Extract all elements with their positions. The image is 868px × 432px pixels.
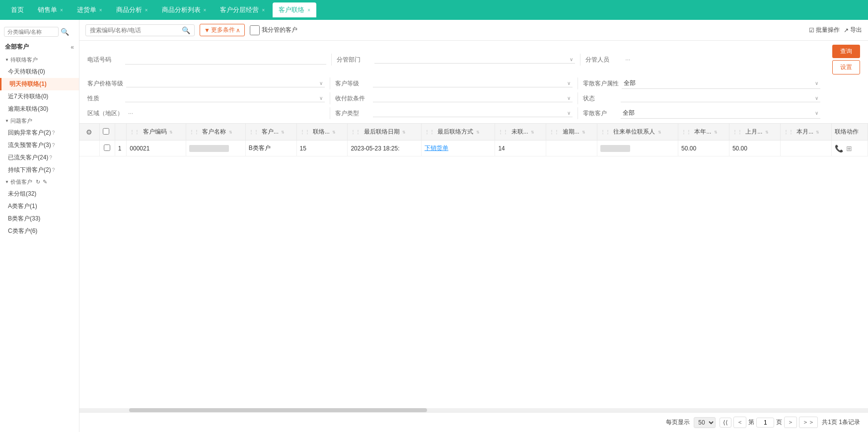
col-index-header — [115, 124, 127, 141]
col-not-contacted-header[interactable]: ⋮⋮ 未联... ⇅ — [495, 124, 546, 141]
nav-close-purchase-order[interactable]: × — [99, 7, 102, 13]
nav-purchase-order[interactable]: 进货单 × — [71, 2, 108, 17]
col-contact-count-header[interactable]: ⋮⋮ 联络... ⇅ — [296, 124, 348, 141]
last-contact-method-link[interactable]: 下销货单 — [425, 144, 448, 151]
nav-product-analysis[interactable]: 商品分析 × — [110, 2, 154, 17]
col-settings[interactable]: ⚙ — [79, 124, 99, 141]
nav-close-customer-segmentation[interactable]: × — [262, 7, 265, 13]
row-overdue-cell — [546, 141, 597, 156]
sidebar-item-7day-contact[interactable]: 近7天待联络(0) — [0, 90, 79, 103]
filter-select-status[interactable]: ∨ — [621, 94, 820, 102]
nav-product-analysis-list[interactable]: 商品分析列表 × — [156, 2, 213, 17]
col-last-month-header[interactable]: ⋮⋮ 上月... ⇅ — [729, 124, 780, 141]
col-icon-last-method: ⋮⋮ — [425, 129, 434, 135]
help-icon-churned[interactable]: ? — [49, 155, 52, 160]
contact-phone-icon[interactable]: 📞 — [835, 144, 843, 152]
filter-select-retail-attr[interactable]: 全部 ∨ — [622, 78, 820, 89]
sidebar-collapse-icon[interactable]: « — [71, 44, 74, 51]
nav-sales-order[interactable]: 销售单 × — [32, 2, 69, 17]
col-this-year-header[interactable]: ⋮⋮ 本年... ⇅ — [678, 124, 729, 141]
contact-more-icon[interactable]: ⊞ — [846, 144, 852, 152]
page-size-select[interactable]: 50 — [694, 417, 716, 428]
row-checkbox[interactable] — [104, 144, 110, 151]
filter-input-phone[interactable] — [125, 55, 326, 65]
more-conditions-button[interactable]: ▼ 更多条件 ∧ — [200, 24, 245, 36]
col-icon-code: ⋮⋮ — [130, 129, 140, 135]
sidebar-item-overdue-contact[interactable]: 逾期未联络(30) — [0, 103, 79, 115]
sidebar-item-abnormal-repurchase[interactable]: 回购异常客户(2) ? — [0, 127, 79, 139]
export-button[interactable]: ↗ 导出 — [844, 26, 862, 34]
sidebar-item-b-class[interactable]: B类客户(33) — [0, 213, 79, 225]
batch-operation-button[interactable]: ☑ 批量操作 — [809, 26, 840, 34]
sidebar-item-churn-warning[interactable]: 流失预警客户(3) ? — [0, 139, 79, 151]
my-customers-filter[interactable]: 我分管的客户 — [250, 25, 297, 35]
sidebar-item-tomorrow-contact[interactable]: 明天待联络(1) — [0, 78, 79, 90]
help-icon-churn-warning[interactable]: ? — [52, 143, 55, 148]
filter-divider-8 — [578, 107, 578, 119]
filter-ellipsis-region[interactable]: ··· — [128, 110, 133, 117]
table-settings-button[interactable]: ⚙ — [86, 128, 92, 136]
my-customers-checkbox[interactable] — [250, 25, 260, 35]
filter-select-payment-terms[interactable]: ∨ — [373, 94, 573, 102]
sidebar-item-declining[interactable]: 持续下滑客户(2) ? — [0, 164, 79, 176]
col-customer-type-header[interactable]: ⋮⋮ 客户... ⇅ — [245, 124, 296, 141]
sidebar-item-today-contact[interactable]: 今天待联络(0) — [0, 66, 79, 78]
filter-ellipsis-manager[interactable]: ··· — [625, 56, 630, 63]
sidebar-search-input[interactable] — [4, 27, 59, 37]
filter-select-nature[interactable]: ∨ — [125, 94, 325, 102]
sidebar-item-churned[interactable]: 已流失客户(24) ? — [0, 151, 79, 164]
prev-page-button[interactable]: ＜ — [733, 417, 746, 428]
sidebar-search-icon[interactable]: 🔍 — [61, 28, 69, 36]
filter-select-dept[interactable]: ∨ — [374, 56, 576, 64]
sidebar-item-ungrouped[interactable]: 未分组(32) — [0, 188, 79, 200]
first-page-button[interactable]: ⟨⟨ — [720, 418, 731, 428]
next-page-button[interactable]: ＞ — [784, 417, 797, 428]
filter-region: 区域（地区） ··· — [87, 109, 325, 118]
nav-home[interactable]: 首页 — [5, 2, 30, 17]
col-overdue-header[interactable]: ⋮⋮ 逾期... ⇅ — [546, 124, 597, 141]
refresh-icon[interactable]: ↻ — [36, 179, 40, 185]
filter-label-customer-grade: 客户等级 — [335, 79, 370, 88]
nav-close-sales-order[interactable]: × — [60, 7, 63, 13]
col-checkbox-header[interactable] — [99, 124, 115, 141]
row-contact-count-cell: 15 — [296, 141, 348, 156]
row-checkbox-cell[interactable] — [99, 141, 115, 156]
col-icon-overdue: ⋮⋮ — [549, 129, 559, 135]
nav-customer-contact[interactable]: 客户联络 × — [273, 2, 316, 17]
content-area: 🔍 ▼ 更多条件 ∧ 我分管的客户 ☑ 批量操作 ↗ 导出 — [79, 20, 868, 432]
col-icon-type: ⋮⋮ — [249, 129, 259, 135]
sidebar-item-c-class[interactable]: C类客户(6) — [0, 225, 79, 237]
sidebar-item-a-class[interactable]: A类客户(1) — [0, 200, 79, 213]
filter-select-customer-grade[interactable]: ∨ — [373, 79, 573, 87]
scrollbar-thumb[interactable] — [129, 408, 427, 412]
help-icon-abnormal[interactable]: ? — [52, 130, 55, 136]
settings-button[interactable]: 设置 — [832, 60, 860, 74]
chevron-nature: ∨ — [319, 95, 323, 101]
last-page-button[interactable]: ＞＞ — [799, 417, 818, 428]
select-all-checkbox[interactable] — [103, 128, 109, 135]
nav-close-product-analysis[interactable]: × — [145, 7, 148, 13]
nav-close-product-analysis-list[interactable]: × — [204, 7, 207, 13]
col-unit-contact-header[interactable]: ⋮⋮ 往来单位联系人 ⇅ — [597, 124, 678, 141]
nav-customer-segmentation[interactable]: 客户分层经营 × — [214, 2, 271, 17]
col-last-contact-date-header[interactable]: ⋮⋮ 最后联络日期 ⇅ — [348, 124, 421, 141]
col-icon-unit-contact: ⋮⋮ — [600, 129, 610, 135]
nav-close-customer-contact[interactable]: × — [307, 7, 310, 13]
col-customer-code-header[interactable]: ⋮⋮ 客户编码 ⇅ — [127, 124, 186, 141]
search-button[interactable]: 🔍 — [182, 26, 190, 34]
col-last-contact-method-header[interactable]: ⋮⋮ 最后联络方式 ⇅ — [421, 124, 495, 141]
col-this-month-header[interactable]: ⋮⋮ 本月... ⇅ — [780, 124, 831, 141]
search-bar: 🔍 ▼ 更多条件 ∧ 我分管的客户 ☑ 批量操作 ↗ 导出 — [79, 20, 868, 41]
help-icon-declining[interactable]: ? — [52, 167, 55, 173]
row-last-contact-method-cell[interactable]: 下销货单 — [421, 141, 495, 156]
edit-value-icon[interactable]: ✎ — [43, 179, 47, 185]
filter-select-customer-type[interactable]: ∨ — [373, 109, 573, 117]
horizontal-scrollbar[interactable] — [79, 408, 868, 412]
filter-actions: 查询 设置 — [832, 45, 860, 74]
filter-select-retail-customer[interactable]: 全部 ∨ — [621, 108, 820, 119]
search-input[interactable] — [90, 27, 180, 34]
col-customer-name-header[interactable]: ⋮⋮ 客户名称 ⇅ — [186, 124, 246, 141]
filter-select-price-grade[interactable]: ∨ — [126, 79, 325, 87]
page-number-input[interactable] — [756, 418, 774, 428]
query-button[interactable]: 查询 — [832, 45, 860, 58]
